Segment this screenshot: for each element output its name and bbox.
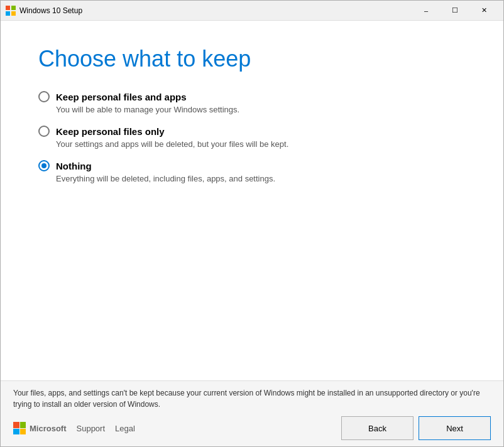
maximize-button[interactable]: ☐ <box>441 1 469 21</box>
option-keep-files-only-desc: Your settings and apps will be deleted, … <box>56 139 466 149</box>
support-link[interactable]: Support <box>77 424 106 433</box>
microsoft-logo: Microsoft <box>13 422 67 434</box>
window-icon <box>6 6 16 16</box>
ms-square-blue <box>13 429 19 435</box>
radio-nothing[interactable] <box>38 160 50 171</box>
option-nothing: Nothing Everything will be deleted, incl… <box>38 160 466 183</box>
ms-square-red <box>13 422 19 428</box>
ms-square-yellow <box>20 429 26 435</box>
option-keep-files-apps-name: Keep personal files and apps <box>56 92 187 102</box>
svg-rect-2 <box>6 11 10 16</box>
window-controls: – ☐ ✕ <box>412 1 498 21</box>
svg-rect-1 <box>11 6 16 10</box>
svg-rect-3 <box>11 11 16 16</box>
footer-notice: Your files, apps, and settings can't be … <box>13 387 491 410</box>
option-nothing-name: Nothing <box>56 161 92 171</box>
ms-square-green <box>20 422 26 428</box>
back-button[interactable]: Back <box>341 416 414 440</box>
radio-keep-files-apps[interactable] <box>38 91 50 102</box>
window-title: Windows 10 Setup <box>19 6 412 15</box>
footer-buttons: Back Next <box>341 416 491 440</box>
options-list: Keep personal files and apps You will be… <box>38 91 466 195</box>
legal-link[interactable]: Legal <box>115 424 135 433</box>
option-nothing-label[interactable]: Nothing <box>38 160 466 171</box>
option-keep-files-only-name: Keep personal files only <box>56 126 165 137</box>
option-keep-files-apps-label[interactable]: Keep personal files and apps <box>38 91 466 102</box>
close-button[interactable]: ✕ <box>469 1 498 21</box>
content-area: Choose what to keep Keep personal files … <box>1 21 503 380</box>
option-nothing-desc: Everything will be deleted, including fi… <box>56 174 466 183</box>
minimize-button[interactable]: – <box>412 1 441 21</box>
page-title: Choose what to keep <box>38 46 466 72</box>
main-window: Windows 10 Setup – ☐ ✕ Choose what to ke… <box>0 0 504 447</box>
footer-bottom: Microsoft Support Legal Back Next <box>13 416 491 440</box>
next-button[interactable]: Next <box>419 416 491 440</box>
footer: Your files, apps, and settings can't be … <box>1 380 503 446</box>
ms-logo-grid <box>13 422 26 434</box>
option-keep-files-apps: Keep personal files and apps You will be… <box>38 91 466 114</box>
option-keep-files-only-label[interactable]: Keep personal files only <box>38 126 466 137</box>
microsoft-label: Microsoft <box>30 424 67 433</box>
svg-rect-0 <box>6 6 10 10</box>
footer-left: Microsoft Support Legal <box>13 422 135 434</box>
option-keep-files-only: Keep personal files only Your settings a… <box>38 126 466 149</box>
option-keep-files-apps-desc: You will be able to manage your Windows … <box>56 105 466 114</box>
radio-keep-files-only[interactable] <box>38 126 50 137</box>
title-bar: Windows 10 Setup – ☐ ✕ <box>1 1 503 21</box>
